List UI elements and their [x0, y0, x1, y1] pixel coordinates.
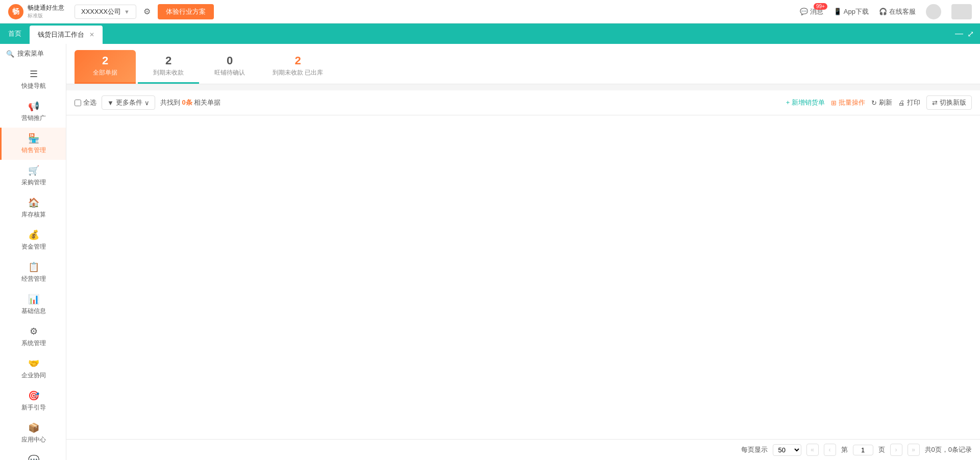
per-page-label: 每页显示	[741, 445, 768, 454]
online-service-button[interactable]: 🎧 在线客服	[879, 7, 916, 16]
tab-minimize-icon[interactable]: —	[955, 29, 963, 38]
sidebar-item-label: 基础信息	[21, 307, 46, 316]
print-icon: 🖨	[898, 99, 905, 107]
stat-label-pending: 旺铺待确认	[214, 68, 245, 77]
sidebar-item-label: 营销推广	[21, 114, 46, 123]
page-suffix: 页	[878, 445, 885, 454]
sidebar-item-label: 资金管理	[21, 243, 46, 251]
search-icon: 🔍	[6, 50, 14, 58]
online-service-label: 在线客服	[889, 7, 916, 16]
sidebar-item-label: 快捷导航	[21, 82, 46, 90]
settings-icon[interactable]: ⚙	[141, 5, 153, 18]
system-icon: ⚙	[30, 326, 38, 337]
sidebar-item-basic-info[interactable]: 📊 基础信息	[0, 288, 66, 321]
table-area	[66, 115, 980, 439]
logo-text: 畅捷通好生意 标准版	[28, 4, 64, 19]
content-area: 2 全部单据 2 到期未收款 0 旺铺待确认 2 到期未收款 已出库 全选	[66, 44, 980, 460]
next-page-button[interactable]: ›	[890, 444, 902, 456]
sidebar-item-label: 经营管理	[21, 275, 46, 283]
guide-icon: 🎯	[28, 390, 39, 401]
stat-label-all: 全部单据	[93, 68, 117, 77]
pagination-bar: 每页显示 10 20 50 100 « ‹ 第 页 › » 共0页，0条记录	[66, 439, 980, 460]
sidebar-item-sales[interactable]: 🏪 销售管理	[0, 128, 66, 160]
sidebar-item-label: 企业协同	[21, 371, 46, 380]
tab-close-icon[interactable]: ✕	[89, 31, 94, 38]
sidebar-item-app-center[interactable]: 📦 应用中心	[0, 417, 66, 449]
refresh-icon: ↻	[871, 99, 877, 107]
app-download-icon: 📱	[834, 8, 842, 15]
tab-home[interactable]: 首页	[0, 23, 30, 44]
sidebar-item-quick-nav[interactable]: ☰ 快捷导航	[0, 63, 66, 95]
user-name[interactable]	[951, 4, 972, 19]
sidebar-item-marketing[interactable]: 📢 营销推广	[0, 95, 66, 128]
quick-nav-icon: ☰	[30, 68, 38, 80]
marketing-icon: 📢	[28, 101, 39, 112]
sidebar-item-enterprise[interactable]: 🤝 企业协同	[0, 353, 66, 385]
app-download-button[interactable]: 📱 App下载	[834, 7, 869, 16]
messages-badge: 99+	[814, 3, 827, 10]
stat-tab-pending[interactable]: 0 旺铺待确认	[199, 50, 260, 84]
sidebar-search-label: 搜索菜单	[17, 49, 44, 58]
operations-icon: 📋	[28, 261, 39, 273]
select-all-checkbox[interactable]	[75, 100, 81, 106]
stat-label-shipped: 到期未收款 已出库	[273, 68, 323, 77]
company-name: XXXXXX公司	[81, 7, 121, 16]
sidebar-item-system[interactable]: ⚙ 系统管理	[0, 321, 66, 353]
logo-area: 畅 畅捷通好生意 标准版	[8, 4, 75, 19]
prev-page-button[interactable]: ‹	[824, 444, 836, 456]
sidebar-item-guide[interactable]: 🎯 新手引导	[0, 385, 66, 417]
last-page-button[interactable]: »	[908, 444, 920, 456]
stat-tab-overdue[interactable]: 2 到期未收款	[138, 50, 199, 84]
stat-num-shipped: 2	[295, 54, 301, 67]
toolbar: 全选 ▼ 更多条件 ∨ 共找到 0条 相关单据 + 新增销货单 ⊞	[66, 90, 980, 115]
stat-tab-all[interactable]: 2 全部单据	[75, 50, 136, 84]
filter-icon: ▼	[107, 99, 114, 107]
stat-num-pending: 0	[227, 54, 233, 67]
finance-icon: 💰	[28, 229, 39, 240]
page-input[interactable]	[853, 445, 873, 455]
header-right: 💬 消息 99+ 📱 App下载 🎧 在线客服	[800, 4, 972, 19]
refresh-button[interactable]: ↻ 刷新	[871, 98, 892, 107]
sidebar-item-purchase[interactable]: 🛒 采购管理	[0, 160, 66, 192]
batch-operation-button[interactable]: ⊞ 批量操作	[831, 98, 865, 107]
page-label: 第	[841, 445, 848, 454]
online-service-icon: 🎧	[879, 8, 887, 15]
top-header: 畅 畅捷通好生意 标准版 XXXXXX公司 ▼ ⚙ 体验行业方案 💬 消息 99…	[0, 0, 980, 23]
wechat-icon: 💬	[28, 454, 39, 460]
tab-cash-ledger[interactable]: 钱货日清工作台 ✕	[30, 26, 103, 44]
sidebar-item-wechat[interactable]: 💬 企业微信	[0, 449, 66, 460]
sidebar-item-operations[interactable]: 📋 经营管理	[0, 256, 66, 288]
first-page-button[interactable]: «	[806, 444, 819, 456]
stats-tabs: 2 全部单据 2 到期未收款 0 旺铺待确认 2 到期未收款 已出库	[66, 44, 980, 84]
total-info: 共0页，0条记录	[925, 445, 972, 454]
tab-bar: 首页 钱货日清工作台 ✕ — ⤢	[0, 23, 980, 44]
experience-button[interactable]: 体验行业方案	[158, 4, 214, 19]
app-download-label: App下载	[844, 7, 869, 16]
company-dropdown-arrow: ▼	[124, 9, 130, 15]
sidebar-item-label: 采购管理	[21, 178, 46, 187]
stat-num-all: 2	[102, 54, 108, 67]
print-button[interactable]: 🖨 打印	[898, 98, 920, 107]
sidebar-item-label: 系统管理	[21, 339, 46, 348]
sidebar-item-label: 库存核算	[21, 210, 46, 219]
sidebar-search[interactable]: 🔍 搜索菜单	[0, 44, 66, 63]
main-layout: 🔍 搜索菜单 ☰ 快捷导航 📢 营销推广 🏪 销售管理 🛒 采购管理 🏠 库存核…	[0, 44, 980, 460]
per-page-select[interactable]: 10 20 50 100	[773, 444, 801, 456]
filter-button[interactable]: ▼ 更多条件 ∨	[102, 95, 155, 110]
sidebar-item-inventory[interactable]: 🏠 库存核算	[0, 192, 66, 224]
checkbox-all[interactable]: 全选	[75, 98, 96, 107]
sales-icon: 🏪	[28, 133, 39, 144]
messages-button[interactable]: 💬 消息 99+	[800, 7, 823, 16]
inventory-icon: 🏠	[28, 197, 39, 208]
sidebar-item-label: 销售管理	[21, 146, 46, 155]
switch-version-button[interactable]: ⇄ 切换新版	[926, 95, 972, 110]
message-icon: 💬	[800, 8, 808, 15]
basic-info-icon: 📊	[28, 294, 39, 305]
avatar[interactable]	[926, 4, 941, 19]
tab-maximize-icon[interactable]: ⤢	[967, 29, 974, 39]
stat-tab-shipped[interactable]: 2 到期未收款 已出库	[260, 50, 335, 84]
company-selector[interactable]: XXXXXX公司 ▼	[75, 5, 136, 19]
app-center-icon: 📦	[28, 422, 39, 433]
sidebar-item-finance[interactable]: 💰 资金管理	[0, 224, 66, 256]
new-sale-button[interactable]: + 新增销货单	[786, 98, 825, 107]
